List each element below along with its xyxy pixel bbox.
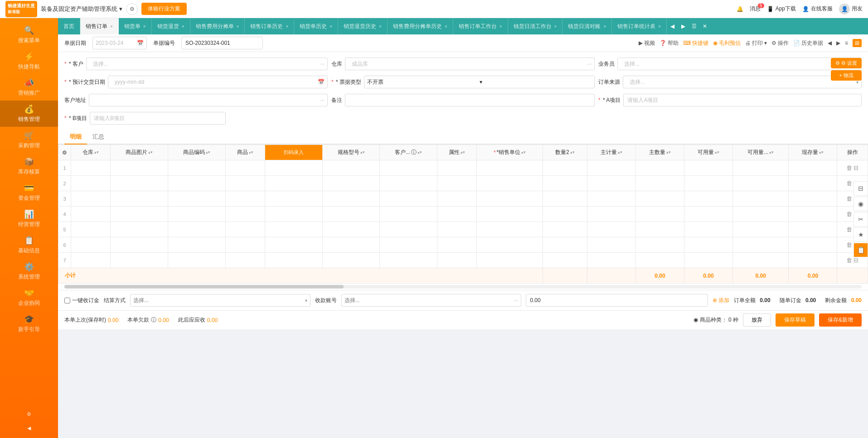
delivery-calendar-icon[interactable]: 📅 xyxy=(318,79,325,85)
row-1-spec[interactable] xyxy=(322,160,380,176)
grid-view-button[interactable]: ⊞ xyxy=(853,39,862,47)
settings-gear-button[interactable]: ⚙ xyxy=(126,3,138,15)
sidebar-item-search[interactable]: 🔍 搜索菜单 xyxy=(0,22,58,48)
industry-plan-button[interactable]: 体验行业方案 xyxy=(141,3,187,15)
help-button[interactable]: ❓ 帮助 xyxy=(659,39,679,47)
order-num-input[interactable] xyxy=(181,37,263,49)
tab-sales-slip[interactable]: 销货单 × xyxy=(119,18,152,34)
tab-detail[interactable]: 明细 xyxy=(64,130,87,144)
list-view-button[interactable]: ≡ xyxy=(845,40,848,46)
row-6-delete-button[interactable]: 🗑 xyxy=(846,241,852,248)
sidebar-item-enterprise[interactable]: 🤝 企业协同 xyxy=(0,284,58,311)
tab-summary[interactable]: 汇总 xyxy=(87,130,110,144)
discard-button[interactable]: 放弃 xyxy=(743,313,771,327)
row-1-delete-button[interactable]: 🗑 xyxy=(846,164,852,171)
view-button[interactable]: ▶ 视频 xyxy=(639,39,655,47)
staff-input[interactable] xyxy=(621,58,853,70)
tab-sales-return-history[interactable]: 销货退货历史 × xyxy=(338,18,388,34)
date-field[interactable]: 📅 xyxy=(92,37,147,49)
add-logistics-button[interactable]: + 物流 xyxy=(831,70,862,81)
tab-cash-workbench[interactable]: 钱货日清工作台 × xyxy=(508,18,563,34)
tab-close-sales-order[interactable]: × xyxy=(110,24,113,29)
sidebar-item-marketing[interactable]: 📣 营销推广 xyxy=(0,74,58,101)
a-project-input[interactable] xyxy=(623,94,862,106)
tab-close-sales-slip-history[interactable]: × xyxy=(330,24,332,29)
row-1-unit[interactable] xyxy=(477,160,543,176)
float-btn-4[interactable]: ★ xyxy=(853,227,868,242)
float-btn-3[interactable]: ✂ xyxy=(853,212,868,226)
tab-home[interactable]: 首页 xyxy=(58,18,80,34)
order-source-input[interactable] xyxy=(626,76,854,88)
sidebar-item-sales[interactable]: 💰 销售管理 xyxy=(0,101,58,127)
sidebar-collapse-button[interactable]: ◀ xyxy=(27,423,31,433)
row-2-customer-code[interactable] xyxy=(380,176,437,191)
tab-close-sales-expense[interactable]: × xyxy=(237,24,239,29)
date-input[interactable] xyxy=(96,40,135,46)
float-btn-2[interactable]: ◉ xyxy=(853,197,868,211)
tab-cash-reconcile[interactable]: 钱货日清对账 × xyxy=(563,18,612,34)
account-more-button[interactable]: ··· xyxy=(514,298,518,303)
tab-prev-button[interactable]: ◀ xyxy=(667,18,678,34)
customer-more-button[interactable]: ··· xyxy=(320,61,325,67)
float-btn-5[interactable]: 📋 xyxy=(853,243,868,257)
current-due-info[interactable]: ⓘ xyxy=(151,316,156,324)
warehouse-input[interactable] xyxy=(348,58,586,70)
sidebar-item-basic[interactable]: 📋 基础信息 xyxy=(0,232,58,258)
payment-amount-input[interactable] xyxy=(526,294,708,307)
tab-close-all-button[interactable]: ✕ xyxy=(699,18,710,34)
row-1-copy-button[interactable]: ⊟ xyxy=(853,164,858,171)
customer-input[interactable] xyxy=(89,58,319,70)
sidebar-item-quick[interactable]: ⚡ 快捷导航 xyxy=(0,48,58,74)
settlement-wrap[interactable]: ▾ xyxy=(130,294,310,307)
row-2-delete-button[interactable]: 🗑 xyxy=(846,180,852,187)
user-avatar[interactable]: 👤 用友 xyxy=(839,4,863,14)
row-1-property[interactable] xyxy=(437,160,477,176)
save-new-button[interactable]: 保存&新增 xyxy=(819,313,862,327)
tab-close-sales-return-history[interactable]: × xyxy=(379,24,382,29)
float-btn-1[interactable]: ⊟ xyxy=(853,181,868,196)
history-button[interactable]: 📄 历史单据 xyxy=(793,39,823,47)
row-7-copy-button[interactable]: ⊟ xyxy=(853,257,858,264)
b-project-input[interactable] xyxy=(90,112,226,125)
tab-close-sales-return[interactable]: × xyxy=(182,24,184,29)
settings-button[interactable]: ⚙ ⚙ 设置 xyxy=(831,58,862,68)
print-button[interactable]: 🖨 打印 ▾ xyxy=(745,39,767,47)
address-input[interactable] xyxy=(92,94,319,106)
th-settings[interactable]: ⚙ xyxy=(58,145,71,160)
row-1-warehouse[interactable] xyxy=(71,160,111,176)
row-1-customer-code[interactable] xyxy=(380,160,437,176)
scan-input-button[interactable]: 扫码录入 xyxy=(280,148,307,157)
sidebar-item-purchase[interactable]: 🛒 采购管理 xyxy=(0,127,58,153)
tab-close-sales-stats[interactable]: × xyxy=(658,24,661,29)
notification-button[interactable]: 🔔 5 消息 xyxy=(737,5,761,13)
row-2-unit[interactable] xyxy=(477,176,543,191)
row-1-product[interactable] xyxy=(225,160,265,176)
sidebar-item-system[interactable]: ⚙️ 系统管理 xyxy=(0,258,58,284)
row-2-product[interactable] xyxy=(225,176,265,191)
tab-sales-return[interactable]: 销货退货 × xyxy=(152,18,190,34)
account-wrap[interactable]: ··· xyxy=(341,294,522,307)
row-2-spec[interactable] xyxy=(322,176,380,191)
row-1-qty2[interactable] xyxy=(543,160,587,176)
delivery-date-input[interactable] xyxy=(111,76,316,88)
tab-sales-order[interactable]: 销售订单 × xyxy=(80,18,119,34)
tab-close-cash-workbench[interactable]: × xyxy=(554,24,557,29)
tab-sales-workbench[interactable]: 销售订单工作台 × xyxy=(453,18,508,34)
system-title[interactable]: 装备及固定资产辅助管理系统 ▾ xyxy=(41,5,122,13)
add-payment-button[interactable]: ⊕ 添加 xyxy=(713,297,729,304)
customer-input-wrap[interactable]: ··· xyxy=(86,58,328,70)
tab-close-expense-history[interactable]: × xyxy=(445,24,447,29)
row-2-main-qty[interactable] xyxy=(636,176,684,191)
settlement-input[interactable] xyxy=(133,297,303,303)
profit-button[interactable]: ◉ 毛利预估 xyxy=(713,39,741,47)
row-4-delete-button[interactable]: 🗑 xyxy=(846,211,852,217)
app-download-button[interactable]: 📱 App下载 xyxy=(767,5,796,13)
tab-next-button[interactable]: ▶ xyxy=(678,18,689,34)
row-2-code[interactable] xyxy=(168,176,225,191)
remark-input[interactable] xyxy=(345,94,595,106)
tab-sales-expense[interactable]: 销售费用分摊单 × xyxy=(190,18,245,34)
calendar-icon[interactable]: 📅 xyxy=(137,40,144,46)
next-record-button[interactable]: ▶ xyxy=(836,40,840,46)
sidebar-item-inventory[interactable]: 📦 库存核算 xyxy=(0,153,58,179)
row-1-main-qty[interactable] xyxy=(636,160,684,176)
